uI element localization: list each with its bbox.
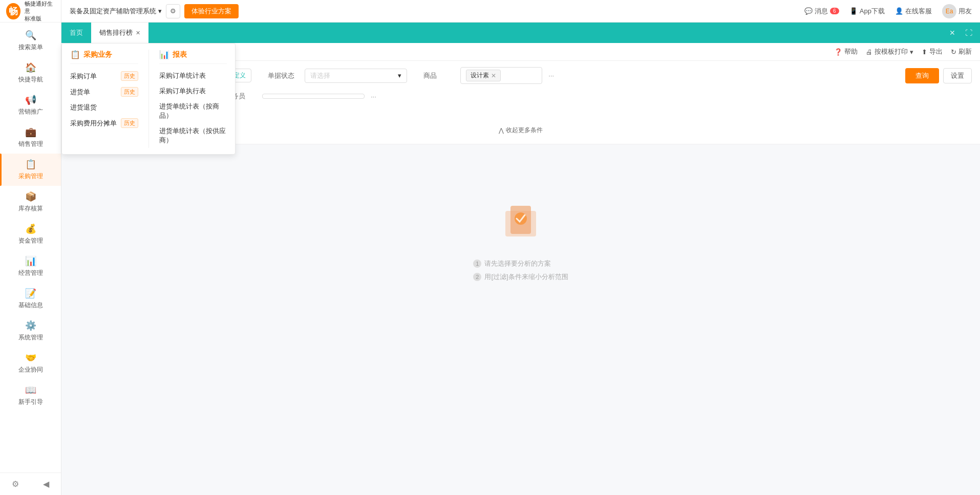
sidebar-item-label: 基础信息 xyxy=(18,301,43,310)
sidebar-item-operations[interactable]: 📊 经营管理 xyxy=(0,250,61,283)
purchase-col-title: 📋 采购业务 xyxy=(70,50,138,64)
tab-sales-ranking[interactable]: 销售排行榜 ✕ xyxy=(91,23,148,43)
dropdown-item-expense[interactable]: 采购费用分摊单 历史 xyxy=(70,115,138,131)
sidebar-item-marketing[interactable]: 📢 营销推广 xyxy=(0,89,61,121)
print-icon: 🖨 xyxy=(866,48,872,56)
settings-bottom-btn[interactable]: ⚙ xyxy=(12,479,19,489)
app-download-item[interactable]: 📱 App下载 xyxy=(849,7,885,16)
print-dropdown-icon[interactable]: ▾ xyxy=(910,48,913,56)
topbar-right: 💬 消息 6 📱 App下载 👤 在线客服 Ea 用友 xyxy=(804,4,972,18)
tab-sales-ranking-label: 销售排行榜 xyxy=(99,28,133,37)
tab-close-icon[interactable]: ✕ xyxy=(136,30,140,36)
sidebar-item-system[interactable]: ⚙️ 系统管理 xyxy=(0,315,61,347)
sidebar: 畅 畅捷通好生意 标准版 🔍 搜索菜单 🏠 快捷导航 📢 营销推广 💼 销售管理… xyxy=(0,0,61,495)
message-badge: 6 xyxy=(830,8,839,14)
sidebar-item-search[interactable]: 🔍 搜索菜单 xyxy=(0,25,61,57)
tab-home[interactable]: 首页 xyxy=(61,23,91,43)
chevron-down-icon: ▾ xyxy=(158,7,162,15)
close-tab-btn[interactable]: ✕ xyxy=(945,26,960,40)
purchase-dropdown-menu: 📋 采购业务 采购订单 历史 进货单 历史 进货退货 采购费用分摊单 历史 📊 xyxy=(61,43,236,155)
search-icon: 🔍 xyxy=(25,30,36,41)
dropdown-item-purchase-order[interactable]: 采购订单 历史 xyxy=(70,68,138,84)
inventory-icon: 📦 xyxy=(25,191,36,202)
online-service-item[interactable]: 👤 在线客服 xyxy=(895,7,932,16)
sidebar-item-basic-info[interactable]: 📝 基础信息 xyxy=(0,283,61,315)
avatar: Ea xyxy=(942,4,956,18)
dropdown-item-order-exec[interactable]: 采购订单执行表 xyxy=(159,83,227,99)
sidebar-item-label: 新手引导 xyxy=(18,398,43,406)
sidebar-item-label: 系统管理 xyxy=(18,333,43,342)
more-dots-goods[interactable]: ··· xyxy=(548,72,554,79)
tabbar: 首页 销售排行榜 ✕ ✕ ⛶ xyxy=(61,23,980,43)
filter-actions: 查询 设置 xyxy=(905,68,972,83)
collapse-btn[interactable]: ◀ xyxy=(43,479,49,489)
sidebar-item-finance[interactable]: 💰 资金管理 xyxy=(0,218,61,250)
sidebar-item-purchase[interactable]: 📋 采购管理 xyxy=(0,154,61,186)
goods-input[interactable]: 设计素 ✕ xyxy=(460,67,542,84)
finance-icon: 💰 xyxy=(25,223,36,234)
goods-label: 商品 xyxy=(423,71,454,80)
dropdown-item-incoming-stats-goods[interactable]: 进货单统计表（按商品） xyxy=(159,99,227,123)
setting-btn[interactable]: 设置 xyxy=(943,68,972,83)
sidebar-item-sales[interactable]: 💼 销售管理 xyxy=(0,121,61,154)
sidebar-item-label: 采购管理 xyxy=(18,172,43,181)
sidebar-item-cooperation[interactable]: 🤝 企业协同 xyxy=(0,347,61,379)
history-badge: 历史 xyxy=(121,87,138,97)
query-btn[interactable]: 查询 xyxy=(905,68,939,83)
history-badge: 历史 xyxy=(121,71,138,81)
collapse-icon: ⋀ xyxy=(499,127,504,134)
sidebar-item-guide[interactable]: 📖 新手引导 xyxy=(0,379,61,412)
marketing-icon: 📢 xyxy=(25,94,36,105)
dropdown-item-return[interactable]: 进货退货 xyxy=(70,100,138,115)
dropdown-columns: 📋 采购业务 采购订单 历史 进货单 历史 进货退货 采购费用分摊单 历史 📊 xyxy=(62,50,235,148)
sidebar-item-label: 企业协同 xyxy=(18,365,43,374)
more-dots-salesperson[interactable]: ··· xyxy=(371,93,376,100)
tabbar-actions: ✕ ⛶ xyxy=(945,26,980,40)
sidebar-item-inventory[interactable]: 📦 库存核算 xyxy=(0,186,61,218)
report-col-icon: 📊 xyxy=(159,50,169,59)
report-col-title: 📊 报表 xyxy=(159,50,227,64)
user-item[interactable]: Ea 用友 xyxy=(942,4,972,18)
purchase-col-icon: 📋 xyxy=(70,50,80,59)
export-btn[interactable]: ⬆ 导出 xyxy=(922,47,943,56)
gear-button[interactable]: ⚙ xyxy=(166,4,180,18)
dropdown-item-incoming[interactable]: 进货单 历史 xyxy=(70,84,138,100)
doc-status-label: 单据状态 xyxy=(268,71,299,80)
report-col: 📊 报表 采购订单统计表 采购订单执行表 进货单统计表（按商品） 进货单统计表（… xyxy=(151,50,236,148)
topbar-title: 装备及固定资产辅助管理系统 ▾ ⚙ 体验行业方案 xyxy=(70,4,804,18)
sidebar-logo: 畅 畅捷通好生意 标准版 xyxy=(0,0,61,23)
chevron-down-icon: ▾ xyxy=(398,72,401,79)
cooperation-icon: 🤝 xyxy=(25,352,36,363)
purchase-col: 📋 采购业务 采购订单 历史 进货单 历史 进货退货 采购费用分摊单 历史 xyxy=(62,50,146,148)
empty-tip-1: 1 请先选择要分析的方案 xyxy=(473,257,568,270)
purchase-icon: 📋 xyxy=(25,159,36,170)
sidebar-item-label: 搜索菜单 xyxy=(18,43,43,52)
column-divider xyxy=(148,50,149,148)
sidebar-item-label: 快捷导航 xyxy=(18,75,43,84)
system-title-dropdown[interactable]: 装备及固定资产辅助管理系统 ▾ xyxy=(70,7,162,16)
sidebar-item-label: 营销推广 xyxy=(18,107,43,116)
empty-state: 1 请先选择要分析的方案 2 用[过滤]条件来缩小分析范围 xyxy=(61,144,980,335)
system-title-text: 装备及固定资产辅助管理系统 xyxy=(70,7,156,16)
basic-info-icon: 📝 xyxy=(25,288,36,299)
export-icon: ⬆ xyxy=(922,48,927,56)
history-badge: 历史 xyxy=(121,118,138,128)
collapse-text: 收起更多条件 xyxy=(506,126,543,135)
home-icon: 🏠 xyxy=(25,62,36,73)
refresh-icon: ↻ xyxy=(951,48,956,56)
help-btn[interactable]: ❓ 帮助 xyxy=(834,47,858,56)
sidebar-item-quick-nav[interactable]: 🏠 快捷导航 xyxy=(0,57,61,89)
expand-tab-btn[interactable]: ⛶ xyxy=(962,26,976,40)
goods-tag-close[interactable]: ✕ xyxy=(491,72,496,79)
industry-btn[interactable]: 体验行业方案 xyxy=(184,4,239,18)
print-btn[interactable]: 🖨 按模板打印 ▾ xyxy=(866,47,913,56)
salesperson-input[interactable] xyxy=(262,94,365,99)
dropdown-item-incoming-stats-supplier[interactable]: 进货单统计表（按供应商） xyxy=(159,123,227,148)
help-icon: ❓ xyxy=(834,48,842,56)
logo-icon: 畅 xyxy=(6,3,20,19)
refresh-btn[interactable]: ↻ 刷新 xyxy=(951,47,972,56)
doc-status-input[interactable]: 请选择 ▾ xyxy=(305,69,407,83)
dropdown-item-order-stats[interactable]: 采购订单统计表 xyxy=(159,68,227,83)
message-item[interactable]: 💬 消息 6 xyxy=(804,7,839,16)
tab-home-label: 首页 xyxy=(70,28,83,37)
